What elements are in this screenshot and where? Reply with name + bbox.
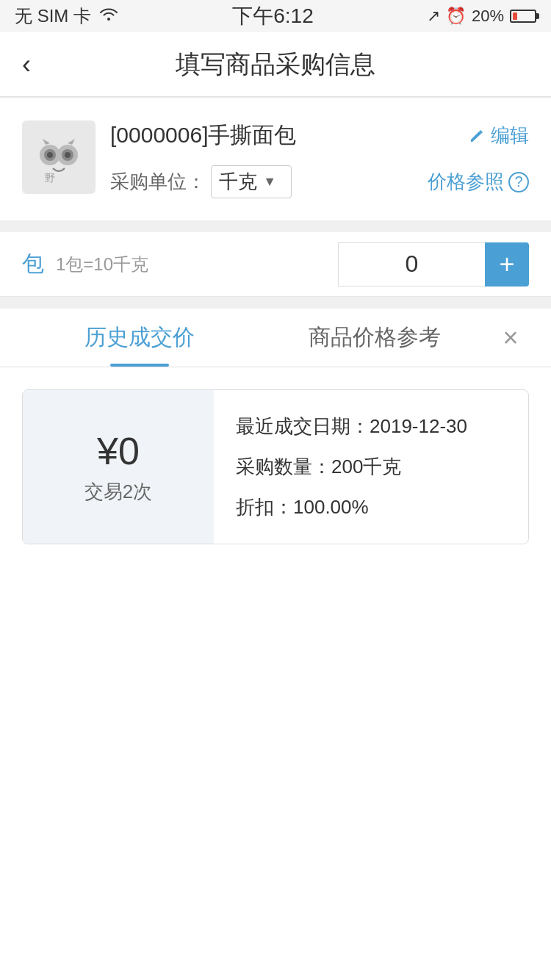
- status-left: 无 SIM 卡: [15, 4, 119, 28]
- main-content: [0, 566, 551, 980]
- battery-percent: 20%: [472, 7, 504, 26]
- product-image: 野: [22, 120, 96, 194]
- dropdown-arrow-icon: ▼: [263, 174, 276, 190]
- svg-text:野: 野: [45, 172, 55, 183]
- section-divider: [0, 220, 551, 232]
- quantity-input[interactable]: [338, 242, 485, 287]
- tab-close-button[interactable]: ×: [492, 320, 529, 356]
- carrier-text: 无 SIM 卡: [15, 4, 91, 28]
- quantity-unit: 包: [22, 249, 44, 279]
- tab-active-indicator: [110, 364, 169, 367]
- status-bar: 无 SIM 卡 下午6:12 ↗ ⏰ 20%: [0, 0, 551, 32]
- purchase-quantity-row: 采购数量：200千克: [236, 453, 506, 481]
- price-reference-button[interactable]: 价格参照 ?: [428, 169, 529, 195]
- recent-date-row: 最近成交日期：2019-12-30: [236, 412, 506, 441]
- status-time: 下午6:12: [232, 2, 314, 30]
- battery-icon: [510, 10, 536, 23]
- alarm-icon: ⏰: [446, 7, 466, 26]
- price-amount: ¥0: [97, 429, 140, 473]
- quantity-left: 包 1包=10千克: [22, 249, 148, 279]
- unit-select[interactable]: 千克 ▼: [211, 165, 292, 198]
- discount-row: 折扣：100.00%: [236, 493, 506, 522]
- back-button[interactable]: ‹: [22, 49, 46, 80]
- location-icon: ↗: [427, 7, 440, 26]
- product-details: [0000006]手撕面包 编辑 采购单位： 千克 ▼: [110, 120, 529, 198]
- svg-point-5: [65, 152, 71, 158]
- edit-button[interactable]: 编辑: [469, 123, 529, 148]
- status-right: ↗ ⏰ 20%: [427, 7, 536, 26]
- quantity-plus-button[interactable]: +: [485, 242, 529, 287]
- quantity-section: 包 1包=10千克 +: [0, 232, 551, 297]
- help-icon: ?: [508, 172, 529, 192]
- wifi-icon: [98, 6, 119, 26]
- price-card-container: ¥0 交易2次 最近成交日期：2019-12-30 采购数量：200千克 折扣：…: [0, 367, 551, 566]
- product-section: 野 [0000006]手撕面包 编辑 采购单位：: [0, 98, 551, 220]
- price-card-left: ¥0 交易2次: [23, 390, 214, 544]
- tab-price-reference[interactable]: 商品价格参考: [257, 309, 492, 367]
- quantity-right: +: [338, 242, 529, 287]
- price-card-right: 最近成交日期：2019-12-30 采购数量：200千克 折扣：100.00%: [214, 390, 528, 544]
- tab-bar: 历史成交价 商品价格参考 ×: [0, 309, 551, 367]
- tab-reference-label: 商品价格参考: [309, 323, 441, 353]
- quantity-conversion: 1包=10千克: [56, 253, 148, 276]
- nav-bar: ‹ 填写商品采购信息: [0, 32, 551, 97]
- tab-history-label: 历史成交价: [84, 323, 195, 353]
- product-name: [0000006]手撕面包: [110, 120, 296, 151]
- tab-section: 历史成交价 商品价格参考 × ¥0 交易2次 最近成交日期：2019-12-30…: [0, 309, 551, 566]
- page-title: 填写商品采购信息: [176, 48, 375, 82]
- unit-label: 采购单位： 千克 ▼: [110, 165, 292, 198]
- transaction-count: 交易2次: [84, 479, 152, 505]
- svg-point-4: [47, 152, 53, 158]
- price-card: ¥0 交易2次 最近成交日期：2019-12-30 采购数量：200千克 折扣：…: [22, 389, 529, 544]
- tab-history-price[interactable]: 历史成交价: [22, 309, 257, 367]
